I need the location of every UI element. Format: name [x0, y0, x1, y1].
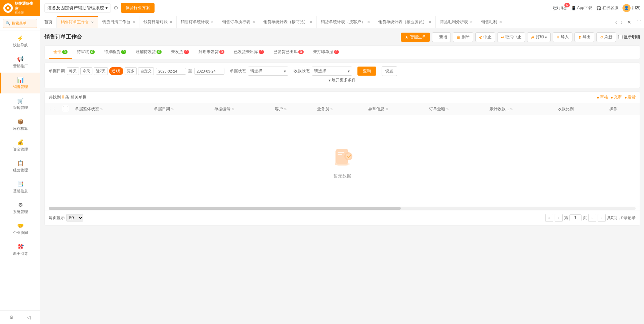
user-menu[interactable]: 👤 用友 [622, 4, 640, 12]
print-button[interactable]: 🖨 打印 ▾ [527, 32, 551, 42]
tab-scroll-left[interactable]: ‹ [613, 16, 619, 28]
tab-close-cash-daily[interactable]: ✕ [132, 20, 135, 24]
filter-tab-not-printed[interactable]: 未打印单据0 [308, 46, 344, 59]
date-1month[interactable]: 近1月 [109, 67, 123, 75]
pause-button[interactable]: ⊘ 中止 [475, 32, 495, 42]
search-button[interactable]: 查询 [357, 67, 376, 76]
sidebar-item-operation[interactable]: 📋 经营管理 [0, 156, 40, 177]
tab-product-margin[interactable]: 商品毛利分析表✕ [436, 16, 477, 28]
page-number-input[interactable] [569, 214, 582, 221]
tab-sales-revenue[interactable]: 销售毛利✕ [477, 16, 506, 28]
next-page-button[interactable]: › [588, 214, 596, 222]
date-7days[interactable]: 近7天 [94, 67, 108, 75]
system-selector[interactable]: 装备及固定资产辅助管理系统 ▾ [44, 3, 111, 13]
ship-action-btn[interactable]: ● 发货 [625, 94, 636, 100]
sort-status-icon[interactable]: ⇅ [100, 107, 103, 111]
sort-date-icon[interactable]: ⇅ [171, 107, 174, 111]
filter-tab-shipped-out[interactable]: 已发货已出库0 [269, 46, 308, 59]
tab-maximize[interactable]: ⛶ [634, 16, 644, 28]
filter-tab-wangpu-pending[interactable]: 旺铺待发货0 [131, 46, 167, 59]
app-version: 标准版 [15, 11, 37, 15]
prev-page-button[interactable]: ‹ [555, 214, 563, 222]
sidebar-item-basic[interactable]: 📑 基础信息 [0, 177, 40, 198]
scrollbar-thumb[interactable] [49, 207, 401, 210]
refresh-button[interactable]: ↻ 刷新 [596, 32, 616, 42]
sidebar-item-guide[interactable]: 🎯 新手引导 [0, 239, 40, 260]
tab-sales-sum-product[interactable]: 销货单统计表（按商品）✕ [259, 16, 317, 28]
add-button[interactable]: + 新增 [432, 32, 451, 42]
tab-close-cash-reconcile[interactable]: ✕ [170, 20, 172, 24]
sidebar-item-finance[interactable]: 💰 资金管理 [0, 135, 40, 156]
expand-conditions-button[interactable]: ▾ 展开更多条件 [329, 77, 356, 83]
smart-create-button[interactable]: ★ 智能生单 [401, 33, 430, 42]
tab-close-all[interactable]: ✕ [625, 16, 634, 28]
filter-tab-pending-review[interactable]: 待审核0 [72, 46, 100, 59]
tab-sales-sum-customer[interactable]: 销货单统计表（按客户）✕ [317, 16, 374, 28]
date-from-input[interactable] [156, 68, 186, 75]
import-button[interactable]: ⬇ 导入 [553, 32, 572, 42]
tab-sales-sum-staff[interactable]: 销货单统计表（按业务员）✕ [374, 16, 436, 28]
review-action-btn[interactable]: ● 审核 [597, 94, 608, 100]
sort-amount-icon[interactable]: ⇅ [446, 107, 449, 111]
tab-sales-stat[interactable]: 销售订单统计表✕ [177, 16, 218, 28]
filter-tab-pending-inspect[interactable]: 待择验货0 [99, 46, 131, 59]
date-custom[interactable]: 自定义 [138, 67, 154, 75]
status-select[interactable]: 请选择 ▾ [248, 67, 288, 76]
tab-close-sales-exec[interactable]: ✕ [252, 20, 255, 24]
online-service-button[interactable]: 🎧 在线客服 [596, 5, 618, 11]
first-page-button[interactable]: « [545, 214, 553, 222]
unreview-action-btn[interactable]: ● 充审 [611, 94, 622, 100]
last-page-button[interactable]: » [598, 214, 606, 222]
date-more[interactable]: 更多 [125, 67, 137, 75]
sidebar-item-system[interactable]: ⚙ 系统管理 [0, 198, 40, 218]
collapse-button[interactable]: ◁ [26, 313, 32, 321]
tab-close-sales-sum-customer[interactable]: ✕ [367, 20, 370, 24]
tab-close-sales-sum-staff[interactable]: ✕ [429, 20, 431, 24]
app-download-button[interactable]: 📱 App下载 [571, 5, 592, 11]
sidebar-item-marketing[interactable]: 📢 营销推广 [0, 52, 40, 73]
message-button[interactable]: 💬 消息 6 [553, 5, 567, 11]
tab-close-sales-order[interactable]: ✕ [91, 21, 94, 24]
cancel-pause-button[interactable]: ↩ 取消中止 [497, 32, 525, 42]
select-all-checkbox[interactable] [63, 106, 68, 111]
date-yesterday[interactable]: 昨天 [67, 67, 79, 75]
sidebar-item-purchase[interactable]: 🛒 采购管理 [0, 93, 40, 114]
sidebar-item-inventory[interactable]: 📦 库存核算 [0, 114, 40, 135]
horizontal-scrollbar[interactable] [45, 206, 640, 210]
setting-button[interactable]: 设置 [382, 66, 397, 76]
tab-sales-exec[interactable]: 销售订单执行表✕ [218, 16, 259, 28]
export-button[interactable]: ⬆ 导出 [574, 32, 594, 42]
tab-cash-reconcile[interactable]: 钱货日清对账✕ [139, 16, 177, 28]
date-today[interactable]: 今天 [80, 67, 92, 75]
delete-button[interactable]: 🗑 删除 [453, 32, 473, 42]
sort-customer-icon[interactable]: ⇅ [284, 107, 287, 111]
filter-tab-expired-not-shipped[interactable]: 到期未发货0 [194, 46, 229, 59]
settings-button[interactable]: ⚙ [8, 313, 15, 321]
sort-received-icon[interactable]: ⇅ [510, 107, 513, 111]
industry-solution-button[interactable]: 体验行业方案 [121, 3, 155, 13]
sort-exception-icon[interactable]: ⇅ [386, 107, 388, 111]
tab-close-sales-revenue[interactable]: ✕ [499, 20, 502, 24]
tab-home[interactable]: 首页 [40, 16, 57, 28]
payment-select[interactable]: 请选择 ▾ [312, 67, 352, 76]
filter-tab-all[interactable]: 全部0 [49, 46, 72, 59]
page-size-select-input[interactable]: 20 50 100 [66, 214, 83, 221]
tab-close-product-margin[interactable]: ✕ [470, 20, 473, 24]
show-detail-toggle[interactable]: 显示明细 [618, 34, 640, 40]
tab-sales-order[interactable]: 销售订单工作台✕ [57, 16, 98, 28]
sort-number-icon[interactable]: ⇅ [231, 107, 234, 111]
tab-close-sales-sum-product[interactable]: ✕ [310, 20, 312, 24]
sidebar-item-sales[interactable]: 📊 销售管理 [0, 73, 40, 93]
tab-close-sales-stat[interactable]: ✕ [211, 20, 214, 24]
sort-staff-icon[interactable]: ⇅ [330, 107, 333, 111]
filter-tab-shipped-not-out[interactable]: 已发货未出库0 [229, 46, 269, 59]
filter-tab-not-shipped[interactable]: 未发货0 [166, 46, 194, 59]
settings-gear-icon[interactable]: ⚙ [114, 5, 118, 11]
sidebar-item-cooperation[interactable]: 🤝 企业协同 [0, 218, 40, 239]
tab-scroll-right[interactable]: › [619, 16, 625, 28]
date-to-input[interactable] [194, 68, 224, 75]
tab-cash-daily[interactable]: 钱货日清工作台✕ [98, 16, 139, 28]
show-detail-checkbox[interactable] [618, 35, 622, 39]
sidebar-item-quick-nav[interactable]: ⚡ 快捷导航 [0, 31, 40, 52]
sidebar-search-button[interactable]: 🔍 搜索菜单 [3, 19, 37, 28]
